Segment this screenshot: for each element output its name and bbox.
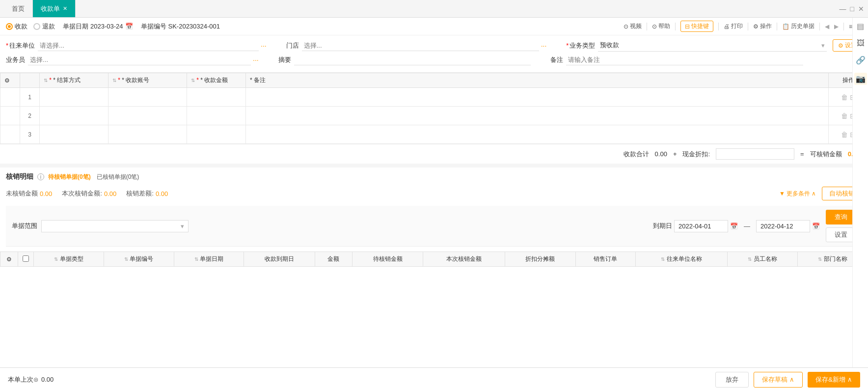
history-icon: 📋 bbox=[782, 23, 789, 30]
help-btn[interactable]: ⊙ 帮助 bbox=[652, 22, 670, 30]
store-more-btn[interactable]: ··· bbox=[541, 42, 547, 50]
col-account-header: ⇅ * * 收款账号 bbox=[108, 73, 187, 88]
verify-settings-btn[interactable]: 设置 bbox=[826, 227, 856, 242]
row3-remark[interactable] bbox=[246, 125, 829, 144]
row1-amount[interactable] bbox=[187, 88, 246, 107]
unverified-value: 0.00 bbox=[40, 190, 52, 197]
staff-input[interactable] bbox=[28, 55, 251, 65]
verify-title-text: 核销明细 bbox=[6, 172, 33, 181]
staff-more-btn[interactable]: ··· bbox=[253, 56, 259, 64]
bt-col-staff: ⇅ 员工名称 bbox=[728, 252, 798, 267]
maximize-btn[interactable]: □ bbox=[850, 5, 854, 13]
gear-icon: ⚙ bbox=[838, 42, 843, 49]
more-conditions-btn[interactable]: ▼ 更多条件 ∧ bbox=[779, 190, 816, 198]
summary-input[interactable] bbox=[294, 55, 531, 65]
row1-delete-icon[interactable]: 🗑 bbox=[841, 93, 848, 101]
doc-num-value[interactable]: SK-20230324-001 bbox=[168, 23, 220, 30]
tab-receipt-close[interactable]: ✕ bbox=[63, 5, 67, 12]
help-icon: ⊙ bbox=[652, 23, 657, 30]
bottom-info: 本单上次⊙ 0.00 bbox=[8, 375, 54, 384]
tab-home[interactable]: 首页 bbox=[4, 0, 33, 17]
col-amount-header: ⇅ * * 收款金额 bbox=[187, 73, 246, 88]
counterparty-more-btn[interactable]: ··· bbox=[261, 42, 267, 50]
date-to-icon[interactable]: 📅 bbox=[812, 223, 820, 230]
form-section: * 往来单位 ··· 门店 ··· * 业务类型 预收款 ▾ bbox=[0, 35, 868, 73]
history-btn[interactable]: 📋 历史单据 bbox=[782, 22, 814, 30]
operation-btn[interactable]: ⚙ 操作 bbox=[753, 22, 772, 30]
row1-gear bbox=[0, 88, 20, 107]
pending-tab[interactable]: 待核销单据(0笔) bbox=[48, 173, 91, 181]
row2-amount[interactable] bbox=[187, 107, 246, 125]
save-new-btn[interactable]: 保存&新增 ∧ bbox=[808, 372, 860, 388]
tab-receipt[interactable]: 收款单 ✕ bbox=[33, 0, 76, 17]
shortcut-btn[interactable]: ⊟ 快捷键 bbox=[680, 21, 713, 32]
row1-remark[interactable] bbox=[246, 88, 829, 107]
biz-type-select[interactable]: 预收款 ▾ bbox=[598, 39, 827, 52]
grid-icon[interactable]: ≡ bbox=[849, 23, 852, 30]
video-btn[interactable]: ⊙ 视频 bbox=[624, 22, 642, 30]
row1-account[interactable] bbox=[108, 88, 187, 107]
row2-remark[interactable] bbox=[246, 107, 829, 125]
minimize-btn[interactable]: — bbox=[840, 5, 846, 13]
biz-chevron-icon: ▾ bbox=[821, 42, 825, 49]
bt-checkbox-all[interactable] bbox=[23, 255, 29, 262]
col-remark-header: * 备注 bbox=[246, 73, 829, 88]
counterparty-label: 往来单位 bbox=[9, 41, 35, 50]
col-gear[interactable]: ⚙ bbox=[0, 73, 20, 88]
bottom-actions: 放弃 保存草稿 ∧ 保存&新增 ∧ bbox=[715, 372, 860, 388]
date-from-input[interactable] bbox=[674, 220, 728, 232]
remark-field: 备注 bbox=[550, 55, 803, 65]
save-draft-btn[interactable]: 保存草稿 ∧ bbox=[754, 372, 803, 388]
diff-stat: 核销差额: 0.00 bbox=[126, 189, 168, 198]
row2-delete-icon[interactable]: 🗑 bbox=[841, 112, 848, 120]
sidebar-link-icon[interactable]: 🔗 bbox=[856, 56, 866, 65]
divider4 bbox=[748, 23, 748, 30]
tab-receipt-label: 收款单 bbox=[41, 4, 60, 13]
done-tab[interactable]: 已核销单据(0笔) bbox=[97, 173, 139, 181]
sidebar-table-icon[interactable]: ▤ bbox=[857, 22, 864, 31]
tab-bar: 首页 收款单 ✕ — □ ✕ bbox=[0, 0, 868, 18]
divider3 bbox=[718, 23, 719, 30]
bt-col-gear[interactable]: ⚙ bbox=[0, 252, 18, 267]
store-field: 门店 ··· bbox=[286, 40, 547, 51]
close-btn[interactable]: ✕ bbox=[858, 5, 864, 13]
remark-input[interactable] bbox=[566, 55, 803, 65]
doc-date-value[interactable]: 2023-03-24 bbox=[90, 23, 123, 30]
bt-col-counterparty: ⇅ 往来单位名称 bbox=[635, 252, 728, 267]
date-to-input[interactable] bbox=[756, 220, 810, 232]
row2-account[interactable] bbox=[108, 107, 187, 125]
counterparty-input[interactable] bbox=[38, 40, 259, 51]
sidebar-camera-icon[interactable]: 📷 bbox=[854, 73, 867, 85]
row3-amount[interactable] bbox=[187, 125, 246, 144]
row3-account[interactable] bbox=[108, 125, 187, 144]
abandon-btn[interactable]: 放弃 bbox=[715, 372, 749, 388]
scope-select[interactable]: ▾ bbox=[41, 220, 189, 232]
radio-refund-label: 退款 bbox=[42, 22, 55, 31]
collect-total-value: 0.00 bbox=[655, 150, 667, 158]
prev-btn[interactable]: ◀ bbox=[825, 23, 829, 30]
verify-actions: ▼ 更多条件 ∧ 自动核销 bbox=[779, 187, 862, 200]
window-controls: — □ ✕ bbox=[840, 5, 864, 13]
date-from-icon[interactable]: 📅 bbox=[730, 223, 738, 230]
sidebar-image-icon[interactable]: 🖼 bbox=[857, 39, 865, 48]
radio-receive[interactable]: 收款 bbox=[6, 22, 27, 31]
table-row: 2 🗑 ⊞ bbox=[0, 107, 868, 125]
calendar-icon[interactable]: 📅 bbox=[125, 23, 133, 30]
row2-settlement[interactable] bbox=[40, 107, 108, 125]
row3-settlement[interactable] bbox=[40, 125, 108, 144]
row1-settlement[interactable] bbox=[40, 88, 108, 107]
query-btn[interactable]: 查询 bbox=[826, 210, 856, 224]
date-filter-row: 单据范围 ▾ 到期日 📅 — 📅 查询 设置 bbox=[6, 206, 862, 247]
discount-input[interactable] bbox=[716, 148, 794, 160]
row3-delete-icon[interactable]: 🗑 bbox=[841, 131, 848, 139]
save-new-label: 保存&新增 bbox=[815, 375, 845, 384]
divider1 bbox=[647, 23, 647, 30]
store-input[interactable] bbox=[302, 40, 539, 51]
radio-refund[interactable]: 退款 bbox=[33, 22, 55, 31]
table-section: ⚙ ⇅ * * 结算方式 ⇅ * * 收款账号 ⇅ * bbox=[0, 73, 868, 144]
verify-info-icon[interactable]: i bbox=[37, 173, 44, 180]
print-btn[interactable]: 🖨 打印 bbox=[724, 22, 743, 30]
unverified-label: 未核销金额 bbox=[6, 189, 38, 198]
row3-gear bbox=[0, 125, 20, 144]
next-btn[interactable]: ▶ bbox=[834, 23, 839, 30]
